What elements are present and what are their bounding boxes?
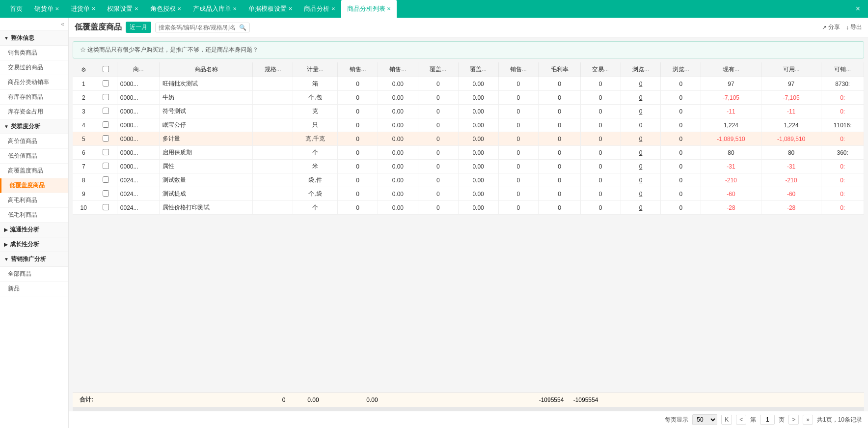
- next-page-button[interactable]: >: [788, 415, 799, 425]
- cell-checkbox[interactable]: [95, 105, 117, 118]
- page-size-select[interactable]: 50 20 100: [692, 414, 717, 425]
- col-sales2[interactable]: 销售...: [378, 62, 418, 77]
- cell-browse1[interactable]: 0: [621, 187, 661, 201]
- sidebar-item-traded-products[interactable]: 交易过的商品: [0, 60, 68, 75]
- col-checkbox: [95, 62, 117, 77]
- cell-checkbox[interactable]: [95, 132, 117, 146]
- nav-permissions[interactable]: 权限设置 ×: [101, 0, 144, 18]
- cell-checkbox[interactable]: [95, 118, 117, 132]
- cell-checkbox[interactable]: [95, 77, 117, 91]
- sidebar-item-inventory-capital[interactable]: 库存资金占用: [0, 105, 68, 119]
- row-checkbox[interactable]: [103, 149, 109, 155]
- cell-browse1[interactable]: 0: [621, 77, 661, 91]
- cell-unit: 个,包: [293, 91, 337, 105]
- page-number-input[interactable]: [760, 415, 775, 425]
- col-margin[interactable]: 毛利率: [539, 62, 580, 77]
- search-input[interactable]: [159, 24, 237, 31]
- row-checkbox[interactable]: [103, 94, 109, 100]
- cell-spec: [253, 146, 293, 160]
- row-checkbox[interactable]: [103, 80, 109, 86]
- nav-sales[interactable]: 销货单 ×: [28, 0, 65, 18]
- sidebar-group-cluster[interactable]: ▼ 类群度分析: [0, 119, 68, 134]
- row-checkbox[interactable]: [103, 176, 109, 183]
- nav-purchase[interactable]: 进货单 ×: [65, 0, 101, 18]
- col-settings[interactable]: ⚙: [73, 62, 95, 77]
- sidebar-item-low-value[interactable]: 低价值商品: [0, 149, 68, 164]
- row-checkbox[interactable]: [103, 204, 109, 210]
- cell-browse1[interactable]: 0: [621, 132, 661, 146]
- cell-browse1[interactable]: 0: [621, 118, 661, 132]
- cell-checkbox[interactable]: [95, 201, 117, 215]
- col-unit[interactable]: 计量...: [293, 62, 337, 77]
- sidebar-item-low-margin[interactable]: 低毛利商品: [0, 208, 68, 223]
- cell-unit: 个,袋: [293, 187, 337, 201]
- col-cover2[interactable]: 覆盖...: [458, 62, 498, 77]
- row-checkbox[interactable]: [103, 135, 109, 142]
- col-name[interactable]: 商品名称: [160, 62, 253, 77]
- sidebar-item-all-products[interactable]: 全部商品: [0, 267, 68, 282]
- nav-roles[interactable]: 角色授权 ×: [144, 0, 187, 18]
- content-area: 低覆盖度商品 近一月 🔍 ↗ 分享 ↓ 导出 ☆ 这类商品只有很少客户购买过，是…: [69, 18, 868, 428]
- row-checkbox[interactable]: [103, 190, 109, 197]
- sidebar-item-high-margin[interactable]: 高毛利商品: [0, 193, 68, 208]
- cell-checkbox[interactable]: [95, 187, 117, 201]
- col-sellable[interactable]: 可销...: [821, 62, 864, 77]
- select-all-checkbox[interactable]: [103, 66, 109, 72]
- row-checkbox[interactable]: [103, 121, 109, 128]
- nav-home[interactable]: 首页: [4, 0, 28, 18]
- cell-current: -60: [701, 187, 761, 201]
- sidebar-item-category-rate[interactable]: 商品分类动销率: [0, 75, 68, 90]
- cell-checkbox[interactable]: [95, 146, 117, 160]
- row-checkbox[interactable]: [103, 108, 109, 114]
- total-sales2: 0.00: [298, 397, 328, 403]
- col-current[interactable]: 现有...: [701, 62, 761, 77]
- export-button[interactable]: ↓ 导出: [846, 23, 862, 31]
- cell-cover1: 0: [418, 77, 458, 91]
- sidebar-item-stock-products[interactable]: 有库存的商品: [0, 90, 68, 105]
- cell-no: 9: [73, 187, 95, 201]
- sidebar-item-sales-products[interactable]: 销售类商品: [0, 46, 68, 60]
- sidebar-item-high-coverage[interactable]: 高覆盖度商品: [0, 164, 68, 178]
- cell-checkbox[interactable]: [95, 160, 117, 173]
- col-code[interactable]: 商...: [117, 62, 160, 77]
- sidebar-item-new-products[interactable]: 新品: [0, 282, 68, 296]
- share-button[interactable]: ↗ 分享: [822, 23, 840, 31]
- col-sales3[interactable]: 销售...: [498, 62, 539, 77]
- table-row: 5 0000... 多计量 克,千克 0 0.00 0 0.00 0 0 0 0…: [73, 132, 864, 146]
- nav-template[interactable]: 单据模板设置 ×: [243, 0, 298, 18]
- cell-browse1[interactable]: 0: [621, 91, 661, 105]
- prev-page-button[interactable]: <: [736, 415, 746, 425]
- col-browse1[interactable]: 浏览...: [621, 62, 661, 77]
- nav-product-analysis[interactable]: 商品分析 ×: [298, 0, 341, 18]
- sidebar-item-low-coverage[interactable]: 低覆盖度商品: [0, 178, 68, 193]
- col-browse2[interactable]: 浏览...: [661, 62, 701, 77]
- search-icon[interactable]: 🔍: [239, 24, 246, 31]
- col-spec[interactable]: 规格...: [253, 62, 293, 77]
- time-filter-button[interactable]: 近一月: [126, 22, 151, 33]
- col-sales1[interactable]: 销售...: [338, 62, 378, 77]
- sidebar-collapse-button[interactable]: «: [0, 18, 68, 31]
- sidebar-item-high-value[interactable]: 高价值商品: [0, 134, 68, 149]
- nav-product-analysis-list[interactable]: 商品分析列表 ×: [341, 0, 397, 18]
- sidebar-group-circulation[interactable]: ▶ 流通性分析: [0, 223, 68, 237]
- row-checkbox[interactable]: [103, 163, 109, 169]
- cell-browse1[interactable]: 0: [621, 146, 661, 160]
- nav-product-entry[interactable]: 产成品入库单 ×: [187, 0, 243, 18]
- sidebar-group-marketing[interactable]: ▼ 营销推广分析: [0, 252, 68, 267]
- cell-browse1[interactable]: 0: [621, 173, 661, 187]
- cell-checkbox[interactable]: [95, 173, 117, 187]
- cell-browse1[interactable]: 0: [621, 105, 661, 118]
- cell-browse1[interactable]: 0: [621, 201, 661, 215]
- sidebar-group-overall[interactable]: ▼ 整体信息: [0, 31, 68, 46]
- cell-browse1[interactable]: 0: [621, 160, 661, 173]
- col-cover1[interactable]: 覆盖...: [418, 62, 458, 77]
- table-container[interactable]: ⚙ 商... 商品名称 规格... 计量... 销售... 销售... 覆盖..…: [73, 62, 864, 392]
- col-available[interactable]: 可用...: [761, 62, 821, 77]
- cell-checkbox[interactable]: [95, 91, 117, 105]
- col-trade[interactable]: 交易...: [580, 62, 621, 77]
- cell-spec: [253, 118, 293, 132]
- first-page-button[interactable]: K: [721, 415, 732, 425]
- close-button[interactable]: ×: [852, 4, 864, 13]
- sidebar-group-growth[interactable]: ▶ 成长性分析: [0, 237, 68, 252]
- last-page-button[interactable]: »: [803, 415, 813, 425]
